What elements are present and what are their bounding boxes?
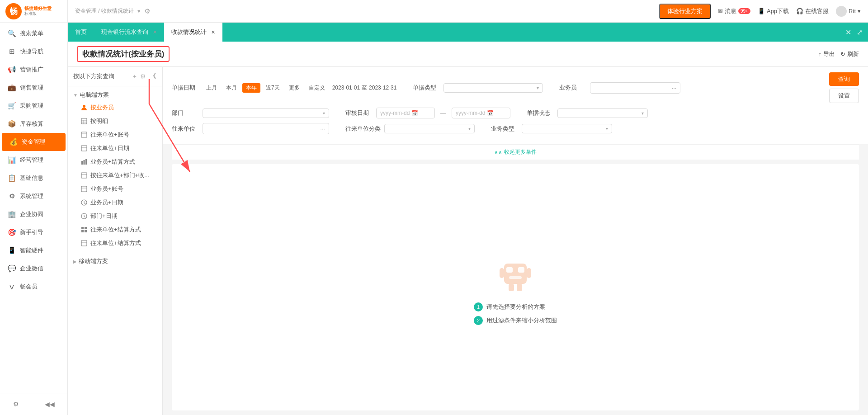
tab-expand-icon[interactable]: ⤢ — [857, 28, 863, 37]
scheme-add-button[interactable]: + — [132, 72, 137, 81]
date-tab-last-month[interactable]: 上月 — [203, 83, 221, 93]
download-icon: 📱 — [758, 8, 765, 14]
export-button[interactable]: ↑ 导出 — [819, 50, 835, 58]
tab-home[interactable]: 首页 — [68, 23, 94, 42]
export-label: 导出 — [823, 50, 835, 58]
collapse-button[interactable]: ◀◀ — [42, 398, 57, 410]
scheme-item-unit-settle2[interactable]: 往来单位+结算方式 — [68, 236, 162, 250]
date-tab-custom[interactable]: 自定义 — [305, 83, 329, 93]
review-date-label: 审核日期 — [345, 109, 373, 117]
page-content: 收款情况统计(按业务员) ↑ 导出 ↻ 刷新 按以下方案查询 + ⚙ — [68, 42, 868, 415]
settings-button[interactable]: 设置 — [829, 89, 859, 103]
tab-receipt-stat-close[interactable]: ✕ — [211, 29, 215, 35]
scheme-item-salesman-account[interactable]: 业务员+账号 — [68, 182, 162, 196]
query-button[interactable]: 查询 — [829, 72, 859, 86]
counterpart-more-icon[interactable]: ··· — [320, 125, 325, 132]
collapse-label: 收起更多条件 — [504, 148, 537, 156]
trial-button[interactable]: 体验行业方案 — [659, 4, 711, 19]
scheme-settings-button[interactable]: ⚙ — [139, 72, 147, 81]
scheme-collapse-button[interactable]: 《 — [149, 71, 157, 81]
scheme-item-salesman-date[interactable]: 业务员+日期 — [68, 196, 162, 209]
salesman-select[interactable]: ··· — [590, 82, 680, 94]
filter-area: 单据日期 上月 本月 本年 近7天 更多 自定义 2023-01-01 — [163, 67, 868, 415]
date-tab-this-year[interactable]: 本年 — [242, 83, 260, 93]
sidebar-item-marketing[interactable]: 📢 营销推广 — [0, 61, 67, 79]
sidebar-item-label: 企业协同 — [20, 210, 43, 218]
sidebar-item-hardware[interactable]: 📱 智能硬件 — [0, 241, 67, 259]
review-date-from-input[interactable]: yyyy-mm-dd 📅 — [376, 108, 435, 118]
scheme-item-unit-account[interactable]: 往来单位+账号 — [68, 128, 162, 141]
tip-text-1: 请先选择要分析的方案 — [486, 303, 545, 311]
breadcrumb-dropdown-icon[interactable]: ▾ — [137, 8, 141, 14]
tab-bank-flow[interactable]: 现金银行流水查询 ✕ — [94, 23, 164, 42]
counterpart-cat-select[interactable]: ▾ — [384, 124, 475, 133]
dept-select[interactable]: ▾ — [203, 108, 329, 118]
sidebar-item-member[interactable]: V 畅会员 — [0, 278, 67, 296]
notification-icon: ✉ — [718, 8, 723, 14]
section-collapsed-icon: ▶ — [73, 259, 77, 264]
svg-rect-7 — [81, 146, 87, 151]
tab-bank-flow-close[interactable]: ✕ — [153, 29, 157, 35]
scheme-item-unit-settle1[interactable]: 往来单位+结算方式 — [68, 223, 162, 236]
search-icon: 🔍 — [7, 29, 16, 38]
doc-type-select[interactable]: ▾ — [443, 83, 543, 93]
sidebar-item-label: 库存核算 — [20, 120, 43, 128]
logo-name: 畅捷通好生意 — [24, 5, 52, 11]
calendar-to-icon: 📅 — [487, 110, 494, 116]
sidebar-item-search[interactable]: 🔍 搜索菜单 — [0, 24, 67, 42]
scheme-item-salesman-settle[interactable]: 业务员+结算方式 — [68, 155, 162, 169]
review-date-separator: — — [439, 110, 448, 117]
collapse-bar[interactable]: ∧∧ 收起更多条件 — [172, 144, 859, 160]
sidebar-item-wechat[interactable]: 💬 企业微信 — [0, 259, 67, 278]
scheme-item-by-salesman[interactable]: 按业务员 — [68, 101, 162, 114]
date-tab-7days[interactable]: 近7天 — [262, 83, 283, 93]
online-service-button[interactable]: 🎧 在线客服 — [796, 7, 829, 15]
scheme-item-unit-dept[interactable]: 按往来单位+部门+收... — [68, 169, 162, 182]
date-tab-more[interactable]: 更多 — [285, 83, 303, 93]
filter-action-buttons: 查询 设置 — [829, 72, 859, 103]
sidebar-item-basic[interactable]: 📋 基础信息 — [0, 169, 67, 187]
service-icon: 🎧 — [796, 8, 803, 14]
notification-button[interactable]: ✉ 消息 99+ — [718, 7, 750, 15]
settings-button[interactable]: ⚙ — [10, 398, 22, 410]
tab-close-all-icon[interactable]: ✕ — [845, 28, 851, 37]
date-tab-this-month[interactable]: 本月 — [222, 83, 241, 93]
app-download-button[interactable]: 📱 App下载 — [758, 7, 789, 15]
tab-receipt-stat[interactable]: 收款情况统计 ✕ — [164, 23, 222, 42]
scheme-item-by-detail[interactable]: 按明细 — [68, 114, 162, 128]
main-area: 资金管理 / 收款情况统计 ▾ ⚙ 体验行业方案 ✉ 消息 99+ 📱 App下… — [68, 0, 868, 415]
sidebar-item-sales[interactable]: 💼 销售管理 — [0, 79, 67, 97]
sidebar-item-inventory[interactable]: 📦 库存核算 — [0, 115, 67, 133]
counterpart-select[interactable]: ··· — [203, 123, 329, 134]
user-area[interactable]: Rit ▾ — [836, 6, 861, 17]
salesman-label: 业务员 — [559, 84, 586, 92]
scheme-item-unit-date[interactable]: 往来单位+日期 — [68, 141, 162, 155]
svg-rect-10 — [84, 160, 85, 165]
sidebar-item-guide[interactable]: 🎯 新手引导 — [0, 223, 67, 241]
sidebar-item-enterprise[interactable]: 🏢 企业协同 — [0, 205, 67, 223]
filter-dept-item: 部门 ▾ — [172, 108, 329, 118]
doc-type-dropdown-icon: ▾ — [537, 85, 539, 90]
sidebar-item-purchase[interactable]: 🛒 采购管理 — [0, 97, 67, 115]
scheme-desktop-section-title[interactable]: ▼ 电脑端方案 — [68, 89, 162, 101]
table-icon — [80, 131, 88, 138]
header-settings-icon[interactable]: ⚙ — [144, 7, 150, 15]
chart-icon — [80, 158, 88, 165]
review-from-placeholder: yyyy-mm-dd — [380, 110, 410, 116]
biz-type-select[interactable]: ▾ — [522, 124, 612, 133]
salesman-more-icon[interactable]: ··· — [672, 85, 677, 91]
body-container: 按以下方案查询 + ⚙ 《 ▼ 电脑端方案 按业务员 — [68, 67, 868, 415]
refresh-button[interactable]: ↻ 刷新 — [840, 50, 859, 58]
clock2-icon — [80, 212, 88, 220]
scheme-mobile-section-title[interactable]: ▶ 移动端方案 — [68, 255, 162, 267]
user-dropdown-icon: ▾ — [858, 8, 861, 14]
sidebar-item-system[interactable]: ⚙ 系统管理 — [0, 187, 67, 205]
scheme-item-dept-date[interactable]: 部门+日期 — [68, 209, 162, 223]
sidebar-item-finance[interactable]: 💰 资金管理 — [2, 133, 66, 151]
doc-status-select[interactable]: ▾ — [557, 108, 648, 118]
filter-form: 单据日期 上月 本月 本年 近7天 更多 自定义 2023-01-01 — [163, 67, 868, 144]
sidebar-item-operation[interactable]: 📊 经营管理 — [0, 151, 67, 169]
tip-text-2: 用过滤条件来缩小分析范围 — [486, 316, 557, 325]
sidebar-item-quick-nav[interactable]: ⊞ 快捷导航 — [0, 42, 67, 61]
review-date-to-input[interactable]: yyyy-mm-dd 📅 — [452, 108, 510, 118]
